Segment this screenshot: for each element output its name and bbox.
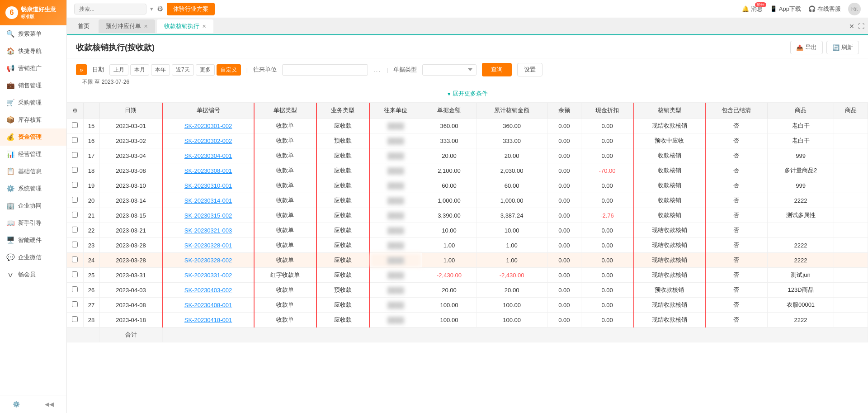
export-button[interactable]: 📤 导出 [790,41,823,54]
sidebar-item-hardware[interactable]: 🖥️ 智能硬件 [0,232,66,249]
sidebar-item-inventory[interactable]: 📦 库存核算 [0,111,66,128]
sidebar-item-marketing[interactable]: 📢 营销推广 [0,60,66,77]
row-checkbox[interactable] [67,193,83,208]
row-select-checkbox[interactable] [72,242,78,247]
row-checkbox[interactable] [67,119,83,133]
sidebar-item-sales[interactable]: 💼 销售管理 [0,77,66,94]
sidebar-item-enterprise[interactable]: 🏢 企业协同 [0,197,66,214]
sidebar-item-purchase[interactable]: 🛒 采购管理 [0,94,66,111]
table-row[interactable]: 25 2023-03-31 SK-20230331-002 红字收款单 应收款 … [67,268,868,283]
bill-type-select[interactable] [422,64,476,76]
table-row[interactable]: 17 2023-03-04 SK-20230304-001 收款单 应收款 ██… [67,148,868,163]
industry-solution-button[interactable]: 体验行业方案 [167,3,215,15]
app-download-btn[interactable]: 📱 App下载 [770,5,801,13]
online-service-btn[interactable]: 🎧 在线客服 [808,5,841,13]
row-checkbox[interactable] [67,148,83,163]
row-bill-no[interactable]: SK-20230314-001 [162,193,254,208]
sidebar-item-member[interactable]: V 畅会员 [0,266,66,283]
row-checkbox[interactable] [67,208,83,223]
query-button[interactable]: 查询 [482,63,512,76]
row-checkbox[interactable] [67,163,83,178]
row-select-checkbox[interactable] [72,167,78,173]
more-date-btn[interactable]: 更多 [196,64,215,76]
sidebar-item-finance[interactable]: 💰 资金管理 [0,128,66,146]
table-row[interactable]: 16 2023-03-02 SK-20230302-002 收款单 预收款 ██… [67,133,868,148]
table-row[interactable]: 22 2023-03-21 SK-20230321-003 收款单 应收款 ██… [67,223,868,238]
row-bill-no[interactable]: SK-20230304-001 [162,148,254,163]
sidebar-item-guide[interactable]: 📖 新手引导 [0,214,66,232]
table-container[interactable]: ⚙ 日期 单据编号 单据类型 业务类型 往来单位 单据金额 累计核销金额 余额 … [67,103,868,413]
row-select-checkbox[interactable] [72,152,78,158]
row-bill-no[interactable]: SK-20230321-003 [162,223,254,238]
tab-collection-verify[interactable]: 收款核销执行 ✕ [157,19,213,33]
sidebar-item-system[interactable]: ⚙️ 系统管理 [0,180,66,197]
table-row[interactable]: 20 2023-03-14 SK-20230314-001 收款单 应收款 ██… [67,193,868,208]
settings-icon[interactable]: ⚙ [157,5,163,13]
row-checkbox[interactable] [67,253,83,268]
row-bill-no[interactable]: SK-20230301-002 [162,119,254,133]
last-month-btn[interactable]: 上月 [109,64,128,76]
row-select-checkbox[interactable] [72,182,78,188]
table-row[interactable]: 23 2023-03-28 SK-20230328-001 收款单 应收款 ██… [67,238,868,253]
row-bill-no[interactable]: SK-20230403-002 [162,283,254,298]
top-search-input[interactable] [74,4,146,14]
tab-fullscreen-btn[interactable]: ⛶ [858,23,864,30]
row-checkbox[interactable] [67,313,83,328]
sidebar-item-search[interactable]: 🔍 搜索菜单 [0,25,66,43]
row-select-checkbox[interactable] [72,271,78,277]
expand-more-button[interactable]: ▾ 展开更多条件 [448,90,488,98]
tab-close-btn[interactable]: ✕ [849,23,854,30]
tab-home[interactable]: 首页 [71,19,97,33]
table-row[interactable]: 18 2023-03-08 SK-20230308-001 收款单 应收款 ██… [67,163,868,178]
tab-collection-close-icon[interactable]: ✕ [202,24,206,29]
refresh-button[interactable]: 🔄 刷新 [826,41,859,54]
filter-expand-button[interactable]: » [76,64,87,75]
row-checkbox[interactable] [67,223,83,238]
row-select-checkbox[interactable] [72,197,78,203]
row-bill-no[interactable]: SK-20230328-001 [162,238,254,253]
row-bill-no[interactable]: SK-20230418-001 [162,313,254,328]
row-bill-no[interactable]: SK-20230408-001 [162,298,254,313]
row-select-checkbox[interactable] [72,316,78,322]
row-checkbox[interactable] [67,133,83,148]
partner-filter-input[interactable] [282,64,368,76]
collapse-btn[interactable]: ◀◀ [41,399,57,409]
row-bill-no[interactable]: SK-20230331-002 [162,268,254,283]
row-checkbox[interactable] [67,283,83,298]
row-select-checkbox[interactable] [72,286,78,292]
row-checkbox[interactable] [67,178,83,193]
custom-date-btn[interactable]: 自定义 [217,64,241,76]
this-year-btn[interactable]: 本年 [151,64,170,76]
table-row[interactable]: 21 2023-03-15 SK-20230315-002 收款单 应收款 ██… [67,208,868,223]
tab-prepay[interactable]: 预付冲应付单 ✕ [99,19,155,33]
settings-bottom-btn[interactable]: ⚙️ [9,399,24,409]
this-month-btn[interactable]: 本月 [130,64,149,76]
sidebar-item-quick-nav[interactable]: 🏠 快捷导航 [0,43,66,60]
row-bill-no[interactable]: SK-20230308-001 [162,163,254,178]
row-bill-no[interactable]: SK-20230315-002 [162,208,254,223]
table-row[interactable]: 28 2023-04-18 SK-20230418-001 收款单 应收款 ██… [67,313,868,328]
table-row[interactable]: 24 2023-03-28 SK-20230328-002 收款单 应收款 ██… [67,253,868,268]
table-row[interactable]: 15 2023-03-01 SK-20230301-002 收款单 应收款 ██… [67,119,868,133]
row-bill-no[interactable]: SK-20230302-002 [162,133,254,148]
row-bill-no[interactable]: SK-20230310-001 [162,178,254,193]
row-bill-no[interactable]: SK-20230328-002 [162,253,254,268]
tab-prepay-close-icon[interactable]: ✕ [144,24,148,29]
row-select-checkbox[interactable] [72,137,78,143]
user-avatar[interactable]: Rit [848,3,861,15]
row-select-checkbox[interactable] [72,212,78,218]
row-select-checkbox[interactable] [72,122,78,128]
sidebar-item-basic-info[interactable]: 📋 基础信息 [0,163,66,180]
row-checkbox[interactable] [67,268,83,283]
table-row[interactable]: 26 2023-04-03 SK-20230403-002 收款单 预收款 ██… [67,283,868,298]
sidebar-item-management[interactable]: 📊 经营管理 [0,146,66,163]
row-select-checkbox[interactable] [72,227,78,233]
sidebar-item-wechat[interactable]: 💬 企业微信 [0,249,66,266]
row-select-checkbox[interactable] [72,256,78,262]
row-checkbox[interactable] [67,298,83,313]
table-row[interactable]: 19 2023-03-10 SK-20230310-001 收款单 应收款 ██… [67,178,868,193]
table-row[interactable]: 27 2023-04-08 SK-20230408-001 收款单 应收款 ██… [67,298,868,313]
notification-icon[interactable]: 🔔 99+ 消息 [742,5,763,13]
row-select-checkbox[interactable] [72,301,78,307]
setting-button[interactable]: 设置 [517,63,542,76]
